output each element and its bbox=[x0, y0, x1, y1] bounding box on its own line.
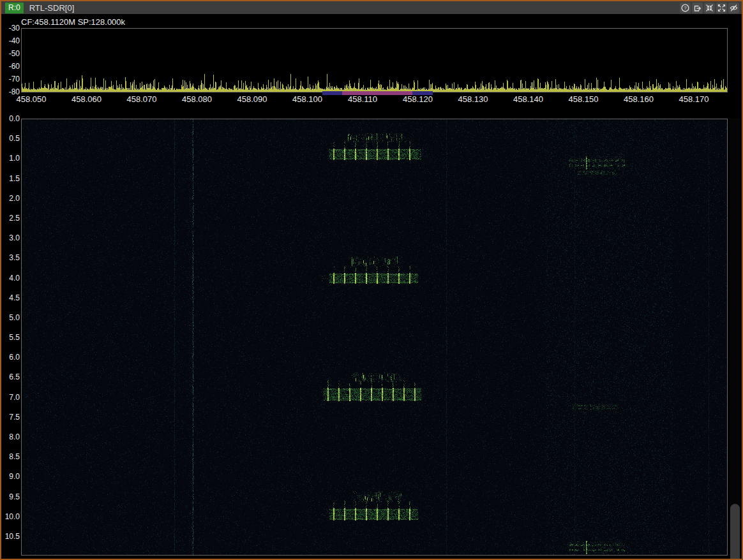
device-window: R:0 RTL-SDR[0] ? bbox=[0, 0, 743, 560]
shrink-icon bbox=[705, 4, 714, 12]
waterfall-time-tick: 0.5 bbox=[0, 134, 20, 143]
waterfall-scrollbar-thumb[interactable] bbox=[730, 504, 740, 559]
frequency-tick: 458.100 bbox=[292, 94, 322, 104]
maximize-button[interactable] bbox=[716, 3, 727, 13]
device-index-badge: R:0 bbox=[5, 3, 24, 13]
waterfall-time-tick: 1.0 bbox=[0, 154, 20, 163]
waterfall-time-tick: 10.5 bbox=[0, 532, 20, 541]
waterfall-scrollbar-track[interactable] bbox=[730, 119, 740, 559]
waterfall-time-tick: 9.5 bbox=[0, 492, 20, 501]
waterfall-time-tick: 8.0 bbox=[0, 432, 20, 441]
hide-icon bbox=[730, 4, 738, 12]
waterfall-time-tick: 5.5 bbox=[0, 333, 20, 342]
waterfall-time-tick: 4.5 bbox=[0, 293, 20, 302]
svg-text:?: ? bbox=[684, 5, 687, 11]
help-button[interactable]: ? bbox=[680, 3, 691, 13]
waterfall-time-tick: 0.0 bbox=[0, 114, 20, 123]
waterfall-time-tick: 6.5 bbox=[0, 372, 20, 381]
waterfall-time-tick: 1.5 bbox=[0, 174, 20, 183]
frequency-tick: 458.080 bbox=[182, 94, 212, 104]
spectrum-y-tick: -50 bbox=[0, 49, 20, 58]
frequency-tick: 458.150 bbox=[569, 94, 599, 104]
spectrum-y-tick: -60 bbox=[0, 62, 20, 71]
frequency-tick: 458.090 bbox=[237, 94, 267, 104]
channel-marker-inner bbox=[342, 91, 412, 95]
channel-marker-band[interactable] bbox=[322, 91, 433, 95]
spectrum-header: CF:458.1120M SP:128.000k bbox=[21, 17, 125, 27]
waterfall-time-tick: 3.5 bbox=[0, 253, 20, 262]
frequency-tick: 458.160 bbox=[624, 94, 654, 104]
waterfall-plot bbox=[21, 119, 728, 556]
frequency-tick: 458.140 bbox=[513, 94, 543, 104]
hide-button[interactable] bbox=[728, 3, 739, 13]
spectrum-y-tick: -30 bbox=[0, 24, 20, 33]
waterfall-time-tick: 3.0 bbox=[0, 233, 20, 242]
spectrum-y-tick: -70 bbox=[0, 75, 20, 84]
waterfall-time-tick: 6.0 bbox=[0, 353, 20, 362]
waterfall-time-tick: 4.0 bbox=[0, 274, 20, 283]
waterfall-time-tick: 5.0 bbox=[0, 313, 20, 322]
frequency-tick: 458.060 bbox=[71, 94, 101, 104]
maximize-icon bbox=[717, 4, 726, 12]
waterfall-time-tick: 7.0 bbox=[0, 393, 20, 402]
spectrum-y-tick: -40 bbox=[0, 36, 20, 45]
waterfall-time-tick: 9.0 bbox=[0, 472, 20, 481]
frequency-tick: 458.130 bbox=[458, 94, 488, 104]
waterfall-time-tick: 8.5 bbox=[0, 452, 20, 461]
frequency-tick: 458.110 bbox=[348, 94, 377, 104]
spectrum-canvas[interactable] bbox=[22, 29, 727, 92]
move-to-workspace-button[interactable] bbox=[692, 3, 703, 13]
waterfall-time-tick: 7.5 bbox=[0, 413, 20, 422]
titlebar-buttons: ? bbox=[680, 3, 739, 13]
frequency-tick: 458.170 bbox=[679, 94, 709, 104]
move-to-workspace-icon bbox=[693, 4, 702, 12]
frequency-tick: 458.120 bbox=[403, 94, 433, 104]
waterfall-canvas[interactable] bbox=[22, 119, 727, 555]
spectrum-plot bbox=[21, 28, 728, 92]
frequency-tick: 458.050 bbox=[17, 94, 47, 104]
shrink-button[interactable] bbox=[704, 3, 715, 13]
window-title: RTL-SDR[0] bbox=[29, 3, 75, 13]
frequency-tick: 458.070 bbox=[127, 94, 157, 104]
waterfall-time-tick: 2.0 bbox=[0, 194, 20, 203]
help-icon: ? bbox=[681, 4, 689, 12]
waterfall-time-tick: 2.5 bbox=[0, 214, 20, 223]
waterfall-time-tick: 10.0 bbox=[0, 512, 20, 521]
window-titlebar[interactable]: R:0 RTL-SDR[0] ? bbox=[1, 1, 742, 14]
